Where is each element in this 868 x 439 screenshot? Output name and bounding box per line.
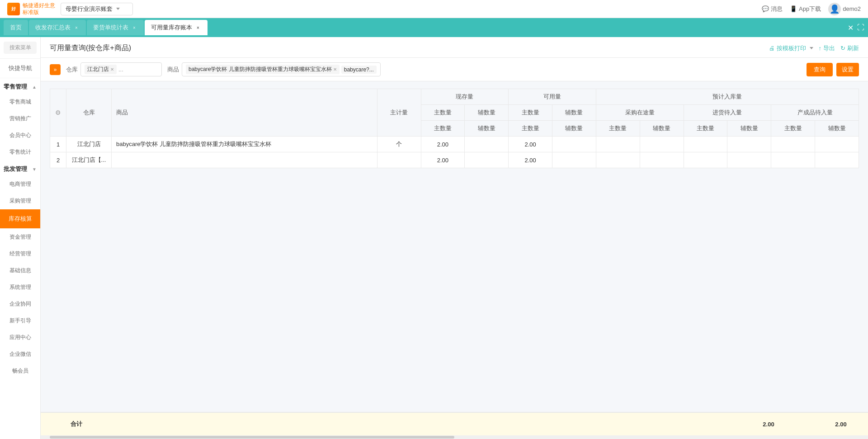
sidebar-search-area: 搜索菜单	[0, 37, 40, 59]
sidebar-item-quick-nav[interactable]: 快捷导航	[0, 59, 40, 78]
th-settings[interactable]: ⚙	[50, 89, 66, 137]
td-warehouse-1: 江北门店	[66, 137, 112, 152]
td-pur-pend-aux-2	[727, 152, 771, 168]
td-warehouse-2: 江北门店【...	[66, 152, 112, 168]
refresh-btn[interactable]: ↻ 刷新	[840, 44, 859, 52]
tab-bar: 首页 收发存汇总表 × 要货单统计表 × 可用量库存账本 × ✕ ⛶	[0, 18, 868, 37]
filter-warehouse-group: 仓库 江北门店 ✕ ...	[66, 62, 162, 76]
tab-available-stock-close[interactable]: ×	[195, 24, 201, 31]
sidebar-group-retail[interactable]: 零售管理 ▲	[0, 78, 40, 94]
sidebar-group-wholesale[interactable]: 批发管理 ▼	[0, 160, 40, 176]
sidebar-item-purchase[interactable]: 采购管理	[0, 193, 40, 209]
print-chevron-icon	[810, 47, 813, 49]
sidebar-item-ops[interactable]: 经营管理	[0, 245, 40, 262]
sidebar-item-vip[interactable]: 畅会员	[0, 363, 40, 379]
product-tag-1: babycare学饮杯 儿童防摔防撞吸管杯重力球吸嘴杯宝宝水杯 ✕	[186, 65, 340, 74]
th-forecast-group: 预计入库量	[596, 89, 859, 105]
table-footer: 合计 2.00 2.00	[41, 412, 868, 435]
warehouse-more-btn[interactable]: ...	[118, 66, 123, 73]
sidebar-item-basic-info[interactable]: 基础信息	[0, 262, 40, 279]
query-button[interactable]: 查询	[807, 63, 833, 76]
refresh-icon: ↻	[840, 45, 845, 52]
tab-home[interactable]: 首页	[4, 20, 28, 35]
td-pur-pend-main-1	[684, 137, 727, 152]
th-pur-transit: 采购在途量	[596, 105, 684, 121]
td-prod-pend-main-1	[771, 137, 815, 152]
td-product-1: babycare学饮杯 儿童防摔防撞吸管杯重力球吸嘴杯宝宝水杯	[112, 137, 377, 152]
settings-gear-icon[interactable]: ⚙	[55, 109, 61, 116]
content-area: 可用量查询(按仓库+商品) 🖨 按模板打印 ↑ 导出 ↻ 刷新 »	[41, 37, 868, 439]
top-bar-right: 💬 消息 📱 App下载 👤 demo2	[762, 3, 861, 15]
td-prod-pend-aux-1	[815, 137, 859, 152]
tab-order-stats-close[interactable]: ×	[131, 24, 137, 31]
td-inv-aux-1	[465, 137, 509, 152]
export-btn[interactable]: ↑ 导出	[819, 44, 835, 52]
tab-bar-actions: ✕ ⛶	[848, 24, 864, 32]
scrollbar-thumb[interactable]	[50, 436, 454, 439]
app-download-btn[interactable]: 📱 App下载	[790, 5, 821, 13]
sidebar-item-enterprise-collab[interactable]: 企业协同	[0, 296, 40, 312]
sidebar-item-retail-mall[interactable]: 零售商城	[0, 94, 40, 110]
sidebar-item-sys-mgmt[interactable]: 系统管理	[0, 279, 40, 296]
tab-available-stock[interactable]: 可用量库存账本 ×	[145, 20, 208, 35]
th-avail-aux2: 辅数量	[552, 121, 596, 137]
table-row: 2 江北门店【... 2.00 2.00	[50, 152, 859, 168]
tab-home-label: 首页	[10, 24, 22, 32]
product-filter-input[interactable]: babycare学饮杯 儿童防摔防撞吸管杯重力球吸嘴杯宝宝水杯 ✕ babyca…	[182, 62, 381, 76]
tab-receipts[interactable]: 收发存汇总表 ×	[29, 20, 86, 35]
sidebar: 搜索菜单 快捷导航 零售管理 ▲ 零售商城 营销推广 会员中心 零售统计 批发管…	[0, 37, 41, 439]
th-pur-pend-main: 主数量	[684, 121, 727, 137]
table-container[interactable]: ⚙ 仓库 商品 主计量 现存量 可用量 预计入库量 主数量 辅数量 主数量 辅数…	[41, 81, 868, 412]
setting-button[interactable]: 设置	[836, 63, 859, 76]
warehouse-tag-close[interactable]: ✕	[110, 67, 114, 72]
sidebar-item-member[interactable]: 会员中心	[0, 127, 40, 144]
print-by-template-btn[interactable]: 🖨 按模板打印	[769, 44, 813, 52]
product-tag1-close[interactable]: ✕	[333, 67, 337, 72]
th-pur-transit-aux: 辅数量	[640, 121, 684, 137]
filter-product-group: 商品 babycare学饮杯 儿童防摔防撞吸管杯重力球吸嘴杯宝宝水杯 ✕ bab…	[167, 62, 381, 76]
tab-available-stock-label: 可用量库存账本	[151, 24, 192, 32]
fullscreen-icon[interactable]: ⛶	[857, 24, 864, 32]
sidebar-item-stock-check[interactable]: 库存核算	[0, 209, 40, 229]
th-pur-transit-main: 主数量	[596, 121, 640, 137]
footer-inv-main: 2.00	[750, 416, 787, 432]
th-available-group: 可用量	[509, 89, 596, 105]
message-btn[interactable]: 💬 消息	[762, 5, 783, 13]
page-title: 可用量查询(按仓库+商品)	[50, 43, 131, 53]
sidebar-item-retail-stats[interactable]: 零售统计	[0, 144, 40, 160]
filter-expand-btn[interactable]: »	[50, 64, 61, 75]
page-actions: 🖨 按模板打印 ↑ 导出 ↻ 刷新	[769, 44, 859, 52]
logo-icon: 好	[7, 3, 20, 15]
sidebar-item-enterprise-wechat[interactable]: 企业微信	[0, 346, 40, 363]
td-product-2	[112, 152, 377, 168]
tab-receipts-close[interactable]: ×	[73, 24, 80, 31]
td-unit-1: 个	[377, 137, 421, 152]
top-bar-left: 好 畅捷通好生意 标准版 母婴行业演示账套	[7, 2, 133, 15]
scrollbar-area[interactable]	[41, 435, 868, 439]
logo-text: 畅捷通好生意 标准版	[23, 2, 55, 15]
sidebar-item-finance[interactable]: 资金管理	[0, 229, 40, 245]
sidebar-item-new-guide[interactable]: 新手引导	[0, 312, 40, 329]
warehouse-tag: 江北门店 ✕	[85, 65, 117, 74]
sidebar-item-marketing[interactable]: 营销推广	[0, 110, 40, 127]
sidebar-item-ecom[interactable]: 电商管理	[0, 176, 40, 193]
filter-actions: 查询 设置	[807, 63, 859, 76]
td-pur-transit-main-2	[596, 152, 640, 168]
td-avail-aux-1	[552, 137, 596, 152]
industry-selector[interactable]: 母婴行业演示账套	[61, 3, 133, 15]
th-prod-pend-main: 主数量	[771, 121, 815, 137]
th-avail-main: 主数量	[509, 105, 552, 121]
th-pur-pend-aux: 辅数量	[727, 121, 771, 137]
close-all-tabs-icon[interactable]: ✕	[848, 24, 854, 32]
warehouse-filter-input[interactable]: 江北门店 ✕ ...	[80, 62, 162, 76]
td-seq-1: 1	[50, 137, 66, 152]
sidebar-item-app-center[interactable]: 应用中心	[0, 329, 40, 346]
search-input[interactable]: 搜索菜单	[4, 42, 37, 54]
td-prod-pend-aux-2	[815, 152, 859, 168]
logo-area: 好 畅捷通好生意 标准版	[7, 2, 55, 15]
td-inv-main-2: 2.00	[421, 152, 465, 168]
td-avail-aux-2	[552, 152, 596, 168]
tab-order-stats[interactable]: 要货单统计表 ×	[87, 20, 144, 35]
user-area[interactable]: 👤 demo2	[828, 3, 861, 15]
main-layout: 搜索菜单 快捷导航 零售管理 ▲ 零售商城 营销推广 会员中心 零售统计 批发管…	[0, 37, 868, 439]
